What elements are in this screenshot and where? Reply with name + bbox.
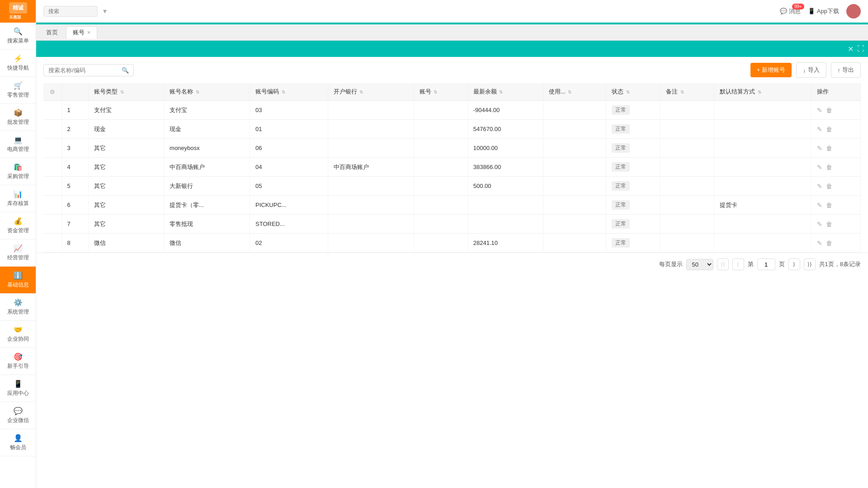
- row-account-2: [414, 120, 467, 139]
- col-balance[interactable]: 最新余额 ⇅: [467, 83, 543, 101]
- col-bank[interactable]: 开户银行 ⇅: [328, 83, 414, 101]
- edit-icon-4[interactable]: ✎: [817, 164, 822, 171]
- row-balance-7: [467, 215, 543, 234]
- table-row: 3 其它 moneybosx 06 10000.00 正常 ✎ 🗑: [43, 139, 861, 158]
- sidebar-item-operations[interactable]: 📈经营管理: [0, 239, 36, 267]
- status-badge-4: 正常: [612, 162, 630, 172]
- tab-label-accounts: 账号: [73, 28, 85, 37]
- row-index-2: 2: [61, 120, 88, 139]
- sidebar-item-enterprise-wechat[interactable]: 💬企业微信: [0, 402, 36, 429]
- edit-icon-6[interactable]: ✎: [817, 202, 822, 209]
- sidebar-item-purchase[interactable]: 🛍️采购管理: [0, 158, 36, 185]
- main-content: ▾ 💬 消息 99+ 📱 App下载 首页账号× ✕ ⛶: [36, 0, 868, 488]
- search-icon[interactable]: 🔍: [122, 67, 129, 74]
- topbar-search-input[interactable]: [43, 6, 98, 17]
- sidebar-item-ecommerce[interactable]: 💻电商管理: [0, 131, 36, 158]
- row-settlement-5: [714, 177, 811, 196]
- sidebar-item-member[interactable]: 👤畅会员: [0, 429, 36, 456]
- row-bank-5: [328, 177, 414, 196]
- col-status[interactable]: 状态 ⇅: [606, 83, 660, 101]
- delete-icon-8[interactable]: 🗑: [826, 239, 832, 247]
- col-notes[interactable]: 备注 ⇅: [660, 83, 714, 101]
- first-page-button[interactable]: ⟨⟨: [717, 258, 729, 270]
- col-account[interactable]: 账号 ⇅: [414, 83, 467, 101]
- edit-icon-8[interactable]: ✎: [817, 239, 822, 247]
- delete-icon-5[interactable]: 🗑: [826, 183, 832, 190]
- app-download-button[interactable]: 📱 App下载: [808, 7, 839, 15]
- page-number-input[interactable]: [757, 258, 775, 270]
- edit-icon-1[interactable]: ✎: [817, 107, 822, 114]
- sidebar-item-retail[interactable]: 🛒零售管理: [0, 77, 36, 104]
- edit-icon-7[interactable]: ✎: [817, 221, 822, 228]
- row-type-7: 其它: [88, 215, 164, 234]
- tab-home[interactable]: 首页: [40, 26, 64, 39]
- search-input[interactable]: [48, 67, 119, 74]
- sidebar-item-app-center[interactable]: 📱应用中心: [0, 375, 36, 402]
- sidebar-item-search-menu[interactable]: 🔍搜索菜单: [0, 23, 36, 50]
- page-size-select[interactable]: 50 20 100: [686, 259, 713, 270]
- col-type[interactable]: 账号类型 ⇅: [88, 83, 164, 101]
- delete-icon-3[interactable]: 🗑: [826, 145, 832, 152]
- sidebar-label-purchase: 采购管理: [7, 173, 29, 180]
- sidebar-item-wholesale[interactable]: 📦批发管理: [0, 104, 36, 131]
- delete-icon-4[interactable]: 🗑: [826, 164, 832, 171]
- col-settlement[interactable]: 默认结算方式 ⇅: [714, 83, 811, 101]
- delete-icon-6[interactable]: 🗑: [826, 202, 832, 209]
- row-account-1: [414, 101, 467, 120]
- delete-icon-2[interactable]: 🗑: [826, 126, 832, 133]
- row-name-8: 微信: [164, 234, 250, 253]
- row-index-1: 1: [61, 101, 88, 120]
- row-account-5: [414, 177, 467, 196]
- edit-icon-3[interactable]: ✎: [817, 145, 822, 152]
- row-name-6: 提货卡（零...: [164, 196, 250, 215]
- sidebar-item-new-guide[interactable]: 🎯新手引导: [0, 348, 36, 375]
- message-icon: 💬: [780, 8, 787, 14]
- tab-accounts[interactable]: 账号×: [66, 26, 97, 39]
- row-gear-7: [43, 215, 61, 234]
- sidebar-icon-retail: 🛒: [14, 81, 23, 90]
- row-status-7: 正常: [606, 215, 660, 234]
- col-code[interactable]: 账号编码 ⇅: [250, 83, 328, 101]
- user-avatar[interactable]: [846, 4, 861, 19]
- sidebar-label-new-guide: 新手引导: [7, 362, 29, 370]
- window-close-icon[interactable]: ✕: [848, 45, 854, 53]
- row-notes-8: [660, 234, 714, 253]
- topbar-dropdown-icon[interactable]: ▾: [103, 7, 107, 15]
- prev-page-button[interactable]: ⟨: [732, 258, 744, 270]
- edit-icon-2[interactable]: ✎: [817, 126, 822, 133]
- sidebar-logo: 精诚 乐惠版: [0, 0, 36, 23]
- gear-icon[interactable]: ⚙: [50, 89, 55, 95]
- edit-icon-5[interactable]: ✎: [817, 183, 822, 190]
- tab-close-accounts[interactable]: ×: [87, 30, 90, 35]
- last-page-button[interactable]: ⟩⟩: [804, 258, 816, 270]
- toolbar-actions: + 新增账号 ↓ 导入 ↑ 导出: [750, 62, 861, 78]
- sidebar-item-system[interactable]: ⚙️系统管理: [0, 294, 36, 321]
- row-name-1: 支付宝: [164, 101, 250, 120]
- import-button[interactable]: ↓ 导入: [796, 62, 826, 78]
- row-code-5: 05: [250, 177, 328, 196]
- row-gear-5: [43, 177, 61, 196]
- row-settlement-3: [714, 139, 811, 158]
- export-button[interactable]: ↑ 导出: [831, 62, 861, 78]
- sidebar-icon-purchase: 🛍️: [14, 163, 23, 171]
- import-label: 导入: [808, 66, 820, 74]
- col-name[interactable]: 账号名称 ⇅: [164, 83, 250, 101]
- sidebar-item-quick-nav[interactable]: ⚡快捷导航: [0, 50, 36, 77]
- sidebar-item-basic-info[interactable]: ℹ️基础信息: [0, 267, 36, 294]
- tabs-bar: 首页账号×: [36, 24, 868, 41]
- window-maximize-icon[interactable]: ⛶: [857, 45, 864, 53]
- add-account-button[interactable]: + 新增账号: [750, 63, 792, 77]
- tab-label-home: 首页: [46, 28, 58, 37]
- delete-icon-1[interactable]: 🗑: [826, 107, 832, 114]
- col-usage[interactable]: 使用... ⇅: [543, 83, 606, 101]
- delete-icon-7[interactable]: 🗑: [826, 221, 832, 228]
- row-code-2: 01: [250, 120, 328, 139]
- row-bank-2: [328, 120, 414, 139]
- sidebar-item-inventory[interactable]: 📊库存核算: [0, 185, 36, 212]
- sidebar-item-enterprise-agreement[interactable]: 🤝企业协同: [0, 321, 36, 348]
- row-gear-2: [43, 120, 61, 139]
- row-type-1: 支付宝: [88, 101, 164, 120]
- sidebar-item-capital[interactable]: 💰资金管理: [0, 212, 36, 239]
- message-button[interactable]: 💬 消息 99+: [780, 7, 801, 15]
- next-page-button[interactable]: ⟩: [788, 258, 800, 270]
